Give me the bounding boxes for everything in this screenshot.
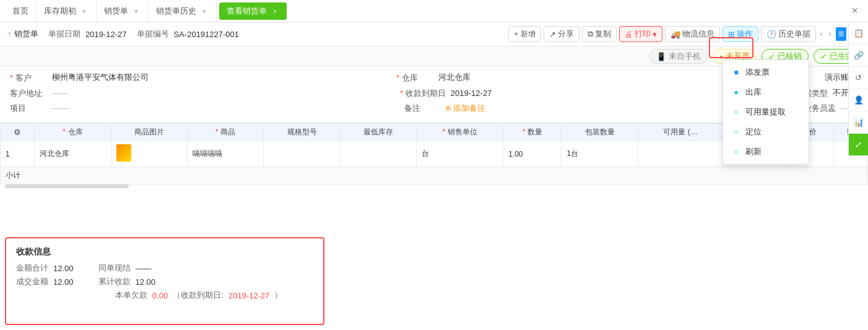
customer-label: 客户 bbox=[10, 72, 47, 84]
subtotal-label: 小计 bbox=[1, 167, 868, 185]
tab-inventory-label: 库存期初 bbox=[44, 6, 76, 17]
tab-view-sales-close[interactable]: × bbox=[271, 7, 279, 15]
locate-icon: ○ bbox=[732, 128, 740, 136]
add-note-btn[interactable]: ⊕ 添加备注 bbox=[445, 103, 486, 114]
menu-locate[interactable]: ○ 定位 bbox=[723, 122, 809, 142]
sidebar-icon-refresh[interactable]: ↺ bbox=[849, 67, 869, 89]
copy-icon: ⧉ bbox=[588, 29, 593, 39]
same-bill-field: 同单现结 —— bbox=[98, 263, 152, 274]
col-unit: * 销售单位 bbox=[417, 124, 503, 141]
due-value: 0.00 bbox=[152, 291, 168, 300]
toolbar: + 新增 ↗ 分享 ⧉ 复制 🖨 打印 ▾ 🚚 物流信息 ⊞ 操作 bbox=[508, 26, 861, 42]
no-value: SA-20191227-001 bbox=[174, 30, 240, 39]
tab-bar-close-btn[interactable]: × bbox=[846, 4, 863, 17]
menu-refresh-label: 刷新 bbox=[745, 146, 762, 157]
doc-no-meta: 单据编号 SA-20191227-001 bbox=[137, 28, 240, 40]
warehouse-value[interactable]: 河北仓库 bbox=[437, 72, 472, 84]
sidebar-icon-user[interactable]: 👤 bbox=[849, 89, 869, 111]
dropdown-menu: ■ 添发票 ● 出库 ○ 可用量提取 ○ 定位 ○ 刷新 bbox=[723, 59, 809, 165]
menu-refresh[interactable]: ○ 刷新 bbox=[723, 142, 809, 162]
doc-sidebar-icon: 📋 bbox=[854, 28, 864, 38]
no-label: 单据编号 bbox=[137, 28, 169, 40]
address-value[interactable]: —— bbox=[51, 89, 69, 98]
share-icon: ↗ bbox=[549, 30, 556, 39]
project-field: 项目 —— bbox=[10, 103, 404, 114]
sidebar-icon-link[interactable]: 🔗 bbox=[849, 45, 869, 67]
menu-add-invoice-label: 添发票 bbox=[745, 67, 770, 78]
doc-header: ↑ 销货单 单据日期 2019-12-27 单据编号 SA-20191227-0… bbox=[0, 22, 868, 46]
doc-icon: ↑ bbox=[7, 29, 12, 39]
tab-home-label: 首页 bbox=[12, 6, 28, 17]
doc-type-label: 销货单 bbox=[14, 28, 38, 40]
menu-add-invoice[interactable]: ■ 添发票 bbox=[723, 63, 809, 82]
history-icon: 🕐 bbox=[766, 30, 776, 39]
col-available: 可用量 (… bbox=[638, 124, 723, 141]
row-warehouse: 河北仓库 bbox=[35, 141, 111, 167]
sidebar-icon-chart[interactable]: 📊 bbox=[849, 111, 869, 134]
add-icon: ⊕ bbox=[445, 103, 454, 113]
print-button[interactable]: 🖨 打印 ▾ bbox=[619, 26, 662, 42]
tab-sales-close[interactable]: × bbox=[132, 7, 141, 15]
operate-button[interactable]: ⊞ 操作 bbox=[723, 26, 758, 42]
project-value[interactable]: —— bbox=[51, 103, 69, 113]
due-date-value[interactable]: 2019-12-27 bbox=[449, 89, 493, 98]
horizontal-scrollbar[interactable] bbox=[5, 185, 129, 188]
expand-sidebar-icon: ⤢ bbox=[855, 140, 862, 149]
col-spec: 规格型号 bbox=[264, 124, 340, 141]
tab-sales[interactable]: 销货单 × bbox=[97, 0, 149, 22]
address-field: 客户地址 —— bbox=[10, 88, 400, 99]
due-date: 2019-12-27 bbox=[228, 291, 270, 300]
tab-inventory-close[interactable]: × bbox=[80, 7, 89, 15]
copy-button[interactable]: ⧉ 复制 bbox=[582, 26, 617, 42]
print-icon: 🖨 bbox=[625, 30, 633, 39]
due-note: （收款到期日: bbox=[173, 290, 224, 301]
col-settings[interactable]: ⚙ bbox=[1, 124, 35, 141]
tab-inventory[interactable]: 库存期初 × bbox=[37, 0, 97, 22]
row-available bbox=[638, 141, 723, 167]
menu-outbound[interactable]: ● 出库 bbox=[723, 82, 809, 102]
row-min-stock bbox=[340, 141, 416, 167]
customer-value[interactable]: 柳州粤港平安气体有限公司 bbox=[51, 72, 150, 84]
tab-bar: 首页 库存期初 × 销货单 × 销货单历史 × 查看销货单 × × bbox=[0, 0, 868, 22]
phone-icon: 📱 bbox=[656, 52, 666, 61]
menu-locate-label: 定位 bbox=[745, 126, 762, 137]
nav-next[interactable]: › bbox=[827, 30, 833, 38]
menu-available[interactable]: ○ 可用量提取 bbox=[723, 102, 809, 122]
date-value: 2019-12-27 bbox=[85, 30, 127, 39]
tab-home[interactable]: 首页 bbox=[5, 0, 37, 22]
project-label: 项目 bbox=[10, 103, 47, 114]
row-spec bbox=[264, 141, 340, 167]
payment-row-1: 金额合计 12.00 同单现结 —— bbox=[16, 263, 313, 274]
tab-sales-history-close[interactable]: × bbox=[200, 7, 209, 15]
cumulative-value: 12.00 bbox=[136, 277, 156, 287]
due-date-label: 收款到期日 bbox=[400, 88, 446, 99]
note-label: 备注 bbox=[404, 103, 441, 114]
tab-sales-history-label: 销货单历史 bbox=[156, 6, 196, 17]
col-qty: * 数量 bbox=[503, 124, 562, 141]
status-phone[interactable]: 📱 来自手机 bbox=[649, 49, 708, 64]
tab-view-sales[interactable]: 查看销货单 × bbox=[219, 2, 287, 20]
due-field: 本单欠款 0.00 （收款到期日: 2019-12-27 ） bbox=[115, 290, 282, 301]
cumulative-field: 累计收款 12.00 bbox=[98, 276, 156, 287]
tab-sales-history[interactable]: 销货单历史 × bbox=[149, 0, 217, 22]
same-bill-label: 同单现结 bbox=[98, 263, 131, 274]
col-product: * 商品 bbox=[187, 124, 263, 141]
chart-sidebar-icon: 📊 bbox=[854, 118, 864, 127]
view-list-icon[interactable]: ≡ bbox=[836, 27, 846, 41]
subtotal-row: 小计 bbox=[1, 167, 868, 185]
new-button[interactable]: + 新增 bbox=[508, 26, 540, 42]
payment-row-2: 成交金额 12.00 累计收款 12.00 bbox=[16, 276, 313, 287]
history-button[interactable]: 🕐 历史单据 bbox=[761, 26, 816, 42]
amount-total-field: 金额合计 12.00 bbox=[16, 263, 74, 274]
nav-prev[interactable]: ‹ bbox=[818, 30, 825, 38]
outbound-icon: ● bbox=[732, 88, 740, 97]
sidebar-icon-expand[interactable]: ⤢ bbox=[849, 134, 869, 156]
logistics-button[interactable]: 🚚 物流信息 bbox=[665, 26, 720, 42]
col-img: 商品图片 bbox=[111, 124, 187, 141]
row-product[interactable]: 嗝嗝嗝嗝 bbox=[187, 141, 263, 167]
operate-icon: ⊞ bbox=[728, 30, 735, 39]
row-pkg: 1台 bbox=[562, 141, 638, 167]
menu-available-label: 可用量提取 bbox=[745, 106, 786, 118]
sidebar-icon-doc[interactable]: 📋 bbox=[849, 22, 869, 45]
share-button[interactable]: ↗ 分享 bbox=[544, 26, 579, 42]
